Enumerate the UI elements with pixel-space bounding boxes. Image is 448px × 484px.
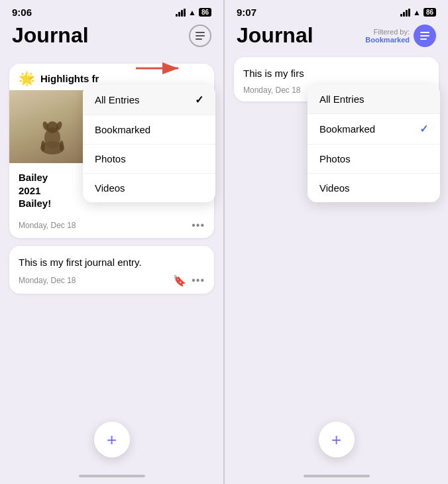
wifi-icon-left: ▲ [188, 8, 196, 17]
menu-item-bookmarked-right[interactable]: Bookmarked ✓ [308, 114, 440, 145]
text-card-date-left: Monday, Dec 18 [19, 276, 76, 285]
signal-icon-left [176, 9, 186, 17]
battery-left: 86 [199, 8, 211, 17]
menu-label-videos-right: Videos [319, 182, 350, 194]
right-screen: 9:07 ▲ 86 Journal Filtered by: Bookmarke… [225, 0, 448, 484]
menu-item-photos-right[interactable]: Photos [308, 145, 440, 174]
app-title-right: Journal [237, 23, 313, 48]
menu-label-all-entries-right: All Entries [319, 93, 364, 105]
journal-entry-text-right-partial: This is my firs [243, 66, 429, 80]
left-screen: 9:06 ▲ 86 Journal [0, 0, 223, 484]
more-options-highlights[interactable]: ••• [192, 219, 205, 231]
menu-item-photos-left[interactable]: Photos [83, 145, 215, 174]
filter-indicator: Filtered by: Bookmarked [365, 25, 436, 47]
svg-point-8 [60, 141, 64, 151]
filter-button-left[interactable] [189, 25, 211, 47]
text-card-footer-left: Monday, Dec 18 🔖 ••• [19, 269, 205, 294]
menu-label-photos-left: Photos [95, 153, 126, 164]
status-bar-right: 9:07 ▲ 86 [225, 0, 448, 21]
checkmark-bookmarked-right: ✓ [420, 123, 428, 135]
wifi-icon-right: ▲ [413, 8, 421, 17]
menu-item-bookmarked-left[interactable]: Bookmarked [83, 115, 215, 145]
menu-label-videos-left: Videos [95, 182, 125, 194]
filter-value: Bookmarked [365, 36, 410, 44]
signal-icon-right [400, 9, 410, 17]
hamburger-icon-left [196, 32, 205, 40]
filter-button-right[interactable] [414, 25, 436, 47]
checkmark-all-entries-left: ✓ [195, 93, 203, 106]
menu-item-all-entries-left[interactable]: All Entries ✓ [83, 85, 215, 115]
menu-item-all-entries-right[interactable]: All Entries [308, 85, 440, 114]
text-card-actions-left: 🔖 ••• [173, 274, 205, 287]
text-card-left[interactable]: This is my first journal entry. Monday, … [9, 246, 214, 294]
battery-right: 86 [423, 8, 436, 17]
status-time-left: 9:06 [12, 7, 32, 18]
text-card-date-right: Monday, Dec 18 [243, 86, 301, 95]
add-entry-button-left[interactable]: + [94, 422, 130, 457]
menu-label-bookmarked-left: Bookmarked [95, 124, 150, 135]
card-date-highlights: Monday, Dec 18 [19, 221, 76, 230]
status-icons-right: ▲ 86 [400, 8, 436, 17]
menu-label-photos-right: Photos [319, 153, 351, 164]
svg-point-7 [41, 141, 45, 151]
arrow-indicator [133, 58, 186, 78]
status-bar-left: 9:06 ▲ 86 [0, 0, 223, 21]
menu-label-bookmarked-right: Bookmarked [319, 123, 375, 135]
highlights-emoji: 🌟 [19, 70, 35, 86]
dog-silhouette [32, 111, 72, 158]
dropdown-menu-left[interactable]: All Entries ✓ Bookmarked Photos Videos [83, 85, 215, 202]
filter-label: Filtered by: [365, 28, 410, 36]
journal-entry-text-left: This is my first journal entry. [19, 255, 205, 269]
status-time-right: 9:07 [237, 7, 256, 18]
plus-icon-left: + [107, 431, 117, 448]
menu-item-videos-left[interactable]: Videos [83, 174, 215, 202]
menu-label-all-entries-left: All Entries [95, 94, 140, 105]
app-title-left: Journal [12, 23, 89, 48]
hamburger-icon-right [420, 32, 429, 40]
status-icons-left: ▲ 86 [176, 8, 211, 17]
app-header-left: Journal [0, 21, 223, 53]
header-right-group: Filtered by: Bookmarked [365, 25, 436, 47]
plus-icon-right: + [331, 431, 341, 448]
add-entry-button-right[interactable]: + [319, 422, 355, 457]
dropdown-menu-right[interactable]: All Entries Bookmarked ✓ Photos Videos [308, 85, 440, 202]
menu-item-videos-right[interactable]: Videos [308, 174, 440, 202]
card-footer-highlights: Monday, Dec 18 ••• [9, 215, 214, 238]
highlights-title: Highlights fr [40, 73, 99, 84]
home-indicator-right [304, 475, 370, 477]
home-indicator-left [79, 475, 145, 477]
app-header-right: Journal Filtered by: Bookmarked [225, 21, 448, 53]
bookmark-icon-left[interactable]: 🔖 [173, 274, 186, 287]
more-options-text-left[interactable]: ••• [192, 274, 205, 286]
